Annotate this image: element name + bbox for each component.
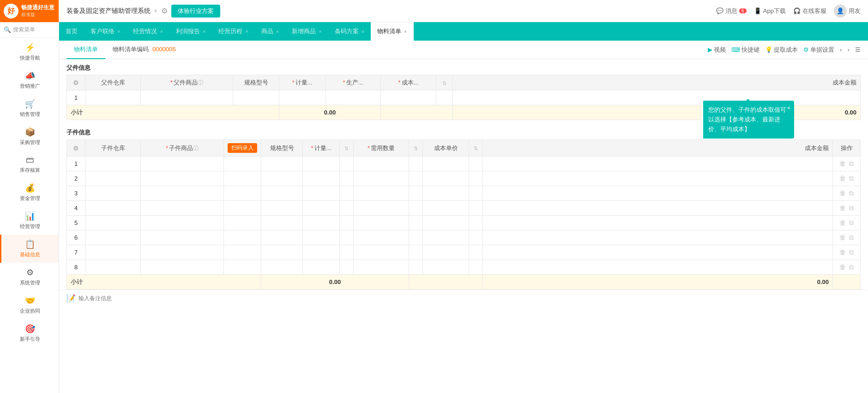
copy-icon-row6[interactable]: ⧉ [849,234,854,241]
tab-profit[interactable]: 利润报告 × [169,22,212,41]
copy-icon-row8[interactable]: ⧉ [849,263,854,271]
copy-icon-row7[interactable]: ⧉ [849,248,854,256]
child-row-5: 5 🗑 ⧉ [67,216,861,230]
subtab-bom[interactable]: 物料清单 [66,41,105,59]
tab-new-product[interactable]: 新增商品 × [285,22,328,41]
child-row-1-product[interactable] [141,157,224,171]
tab-barcode[interactable]: 条码方案 × [328,22,371,41]
delete-icon-row2[interactable]: 🗑 [839,175,846,182]
tab-profit-close[interactable]: × [203,29,205,34]
tab-new-product-close[interactable]: × [319,29,321,34]
tab-product-close[interactable]: × [276,29,279,34]
delete-icon-row7[interactable]: 🗑 [839,248,846,256]
parent-row-1-cost[interactable] [381,91,436,105]
parent-row-1-warehouse[interactable] [85,91,141,105]
child-gear-icon[interactable]: ⚙ [73,145,79,152]
copy-icon-row1[interactable]: ⧉ [849,160,854,167]
delete-icon-row1[interactable]: 🗑 [839,160,846,167]
child-col-sort2: ⇅ [409,140,423,157]
tab-business-close[interactable]: × [160,29,163,34]
tab-history[interactable]: 经营历程 × [212,22,254,41]
parent-col-gear[interactable]: ⚙ [67,75,85,91]
sidebar-item-purchase[interactable]: 📦 采购管理 [0,122,59,151]
child-row-3: 3 🗑 ⧉ [67,186,861,201]
copy-icon-row5[interactable]: ⧉ [849,219,854,226]
tab-business[interactable]: 经营情况 × [127,22,169,41]
bom-code: 0000005 [152,46,176,53]
content-area: 物料清单 物料清单编码 0000005 ▶ 视频 ⌨ 快捷键 💡 提取成本 [59,41,868,393]
sort2-icon: ⇅ [414,145,418,151]
main-area: 装备及固定资产辅助管理系统 ▾ ⚙ 体验行业方案 💬 消息 6 📱 App下载 … [59,0,868,393]
parent-row-1-produce[interactable] [326,91,381,105]
nav-prev[interactable]: ‹ [840,46,842,53]
sidebar-item-operations[interactable]: 📊 经营管理 [0,206,59,235]
child-row-1-unitcost[interactable] [423,157,469,171]
extract-cost-action[interactable]: 💡 提取成本 [765,46,798,54]
child-info-icon[interactable]: ⓘ [193,145,199,151]
delete-icon-row5[interactable]: 🗑 [839,219,846,226]
child-row-1-qty[interactable] [354,157,409,171]
info-icon[interactable]: ⓘ [198,79,203,86]
tab-product[interactable]: 商品 × [255,22,285,41]
child-row-1-spec[interactable] [261,157,303,171]
list-view-icon[interactable]: ☰ [855,46,861,53]
tab-customer[interactable]: 客户联络 × [84,22,127,41]
nav-next[interactable]: › [848,46,850,53]
keyboard-icon: ⌨ [731,46,740,53]
copy-icon-row3[interactable]: ⧉ [849,189,854,197]
inventory-icon: 🗃 [26,155,34,165]
parent-row-1-spec[interactable] [233,91,279,105]
sidebar-search[interactable]: 🔍 搜索菜单 [0,22,59,38]
child-row-6: 6 🗑 ⧉ [67,230,861,245]
copy-icon-row2[interactable]: ⧉ [849,175,854,182]
note-input[interactable] [78,295,861,302]
tab-customer-close[interactable]: × [117,29,120,34]
message-button[interactable]: 💬 消息 6 [716,7,747,15]
sidebar-item-basic[interactable]: 📋 基础信息 [0,235,59,263]
child-col-gear[interactable]: ⚙ [67,140,85,157]
video-action[interactable]: ▶ 视频 [708,46,726,54]
sidebar-item-guide[interactable]: 🎯 新手引导 [0,319,59,347]
tab-barcode-close[interactable]: × [362,29,364,34]
service-icon: 🎧 [793,7,801,14]
app-download-button[interactable]: 📱 App下载 [754,7,786,15]
sidebar-item-sales[interactable]: 🛒 销售管理 [0,94,59,122]
tab-bom[interactable]: 物料清单 × [371,22,413,41]
search-icon: 🔍 [4,26,11,33]
sidebar-item-system[interactable]: ⚙ 系统管理 [0,263,59,291]
sidebar-item-enterprise[interactable]: 🤝 企业协同 [0,291,59,319]
delete-icon-row3[interactable]: 🗑 [839,189,846,197]
tab-bom-close[interactable]: × [404,29,407,34]
child-subtotal-value2: 0.00 [483,275,833,290]
sidebar-item-marketing[interactable]: 📣 营销推广 [0,66,59,94]
video-icon: ▶ [708,46,712,53]
child-row-1-unit[interactable] [303,157,340,171]
gear-icon[interactable]: ⚙ [73,79,79,86]
doc-settings-action[interactable]: ⚙ 单据设置 [803,46,834,54]
tooltip-close-button[interactable]: × [787,103,790,113]
sidebar-item-inventory[interactable]: 🗃 库存核算 [0,151,59,178]
child-section: 子件信息 ⚙ 子件仓库 *子件商品ⓘ 扫码录入 规格型号 [59,124,868,290]
child-row-1-warehouse[interactable] [85,157,141,171]
scan-button[interactable]: 扫码录入 [228,143,257,153]
tab-home[interactable]: 首页 [59,22,84,41]
parent-subtotal-value1: 0.00 [279,105,381,120]
settings-icon[interactable]: ⚙ [161,6,168,15]
parent-row-1-unit[interactable] [279,91,326,105]
delete-icon-row4[interactable]: 🗑 [839,204,846,212]
dropdown-arrow-icon[interactable]: ▾ [154,7,157,14]
parent-row-1-product[interactable] [141,91,233,105]
delete-icon-row8[interactable]: 🗑 [839,263,846,271]
sidebar-item-quicknav[interactable]: ⚡ 快捷导航 [0,38,59,66]
user-menu[interactable]: 👤 用友 [834,5,861,18]
online-service-button[interactable]: 🎧 在线客服 [793,7,826,15]
delete-icon-row6[interactable]: 🗑 [839,234,846,241]
copy-icon-row4[interactable]: ⧉ [849,204,854,212]
subtab-bom-code[interactable]: 物料清单编码 0000005 [105,41,183,59]
shortcut-action[interactable]: ⌨ 快捷键 [731,46,760,54]
child-col-scan[interactable]: 扫码录入 [224,140,261,157]
trial-button[interactable]: 体验行业方案 [171,5,220,18]
sidebar-item-finance[interactable]: 💰 资金管理 [0,178,59,206]
tab-history-close[interactable]: × [245,29,248,34]
child-col-spec: 规格型号 [261,140,303,157]
